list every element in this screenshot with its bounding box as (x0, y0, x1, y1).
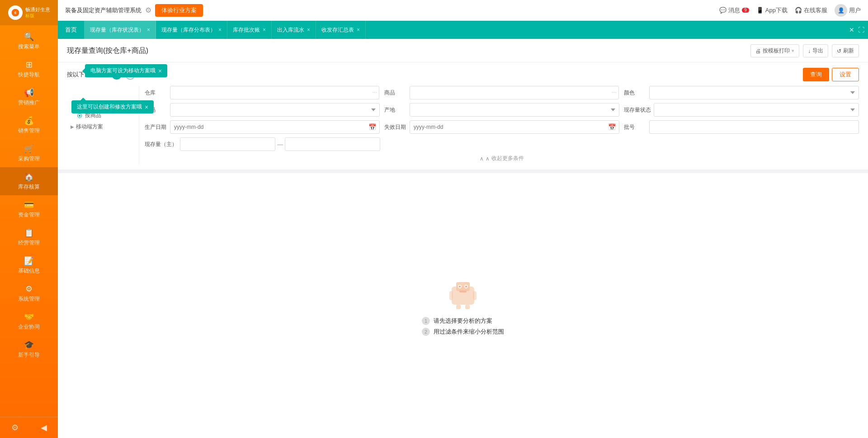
sidebar-item-purchase[interactable]: 🛒 采购管理 (0, 139, 58, 167)
sidebar-item-inventory[interactable]: 🏠 库存核算 (0, 167, 58, 195)
refresh-button[interactable]: ↺ 刷新 (832, 44, 859, 57)
sales-icon: 💰 (24, 116, 34, 126)
refresh-label: 刷新 (843, 47, 854, 55)
svg-point-6 (459, 286, 461, 287)
search-button[interactable]: 查询 (803, 68, 829, 81)
scheme-mobile-arrow: ▶ (71, 124, 74, 129)
scheme-dot (78, 114, 81, 118)
print-button[interactable]: 🖨 按模板打印 ▾ (750, 44, 799, 57)
export-button[interactable]: ↓ 导出 (803, 44, 828, 57)
sidebar-item-finance[interactable]: 💳 资金管理 (0, 195, 58, 223)
quicknav-icon: ⊞ (26, 60, 33, 70)
logo-area: 6 畅通好生意 标版 (0, 0, 58, 25)
filter-batch-input[interactable] (649, 120, 859, 134)
svg-point-7 (465, 286, 467, 287)
settings-bottom-icon[interactable]: ⚙ (11, 423, 19, 433)
sidebar-item-guide[interactable]: 🎓 新手引导 (0, 335, 58, 363)
tooltip-scheme-close[interactable]: × (145, 104, 148, 111)
system-icon: ⚙ (25, 284, 33, 294)
tab-maximize-icon[interactable]: ⛶ (858, 26, 864, 33)
scheme-mobile[interactable]: ▶ 移动端方案 (67, 121, 133, 132)
filter-prod-date-label: 生产日期 (145, 123, 167, 131)
tab-inout[interactable]: 出入库流水 × (272, 21, 316, 39)
filter-expiry-date-input[interactable] (410, 120, 619, 134)
sidebar-item-sales[interactable]: 💰 销售管理 (0, 111, 58, 139)
filter-batch-label: 批号 (624, 123, 646, 131)
svg-text:6: 6 (14, 10, 16, 15)
tab-close-all-icon[interactable]: ✕ (849, 26, 854, 33)
filter-header: 按以下方案查询 + ↺ « 电脑方案可设为移动方案哦 × 查询 设置 (67, 68, 859, 81)
reset-button[interactable]: 设置 (832, 68, 859, 81)
filter-size: 尺码 (145, 103, 380, 117)
tab-inventory-status-label: 现存量（库存状况表） (90, 26, 144, 34)
tab-summary[interactable]: 收发存汇总表 × (316, 21, 366, 39)
sidebar-item-basic-label: 基础信息 (18, 267, 40, 275)
filter-stock-main-label: 现存量（主） (145, 141, 177, 148)
tooltip-pc: 电脑方案可设为移动方案哦 × (85, 64, 167, 77)
empty-steps: 1 请先选择要分析的方案 2 用过滤条件来缩小分析范围 (422, 317, 504, 336)
sidebar-item-enterprise-label: 企业协同 (18, 323, 40, 331)
filter-size-select[interactable] (170, 103, 380, 117)
online-support-item[interactable]: 🎧 在线客服 (795, 6, 827, 14)
tab-inventory-dist-label: 现存量（库存分布表） (161, 26, 216, 34)
search-icon: 🔍 (24, 32, 34, 42)
page-title: 现存量查询(按仓库+商品) (67, 46, 148, 56)
sidebar-item-marketing[interactable]: 📢 营销推广 (0, 83, 58, 111)
filter-warehouse-input[interactable] (170, 86, 379, 99)
sidebar-item-search[interactable]: 🔍 搜索菜单 (0, 27, 58, 55)
tab-inout-label: 出入库流水 (277, 26, 304, 34)
header-left: 装备及固定资产辅助管理系统 ⚙ 体验行业方案 (65, 4, 203, 17)
sidebar-item-operations[interactable]: 📋 经营管理 (0, 223, 58, 251)
tab-close-inout[interactable]: × (307, 27, 310, 33)
sidebar-item-purchase-label: 采购管理 (18, 155, 40, 163)
filter-prod-date-input[interactable] (170, 120, 380, 134)
tab-bar: 首页 现存量（库存状况表） × 现存量（库存分布表） × 库存批次账 × 出入库… (58, 21, 868, 39)
tab-close-inventory-status[interactable]: × (147, 27, 150, 33)
tab-batch[interactable]: 库存批次账 × (227, 21, 272, 39)
tab-home[interactable]: 首页 (58, 21, 85, 39)
message-item[interactable]: 💬 消息 9 (719, 6, 749, 14)
sidebar-item-finance-label: 资金管理 (18, 211, 40, 219)
page-area: 现存量查询(按仓库+商品) 🖨 按模板打印 ▾ ↓ 导出 ↺ 刷新 (58, 39, 868, 438)
sidebar-item-enterprise[interactable]: 🤝 企业协同 (0, 307, 58, 335)
logo-title: 畅通好生意 (25, 6, 50, 13)
finance-icon: 💳 (24, 200, 34, 210)
filter-stock-status-select[interactable] (654, 103, 859, 117)
tooltip-scheme: 这里可以创建和修改方案哦 × (71, 100, 154, 113)
app-download-item[interactable]: 📱 App下载 (756, 6, 788, 14)
tooltip-pc-close[interactable]: × (158, 67, 162, 75)
mobile-icon: 📱 (756, 7, 764, 14)
tab-inventory-dist[interactable]: 现存量（库存分布表） × (156, 21, 227, 39)
filter-row-3: 生产日期 📅 失效日期 📅 (145, 120, 859, 134)
sidebar-item-system[interactable]: ⚙ 系统管理 (0, 279, 58, 307)
trial-button[interactable]: 体验行业方案 (155, 4, 203, 17)
headset-icon: 🎧 (795, 7, 802, 14)
sidebar-item-quicknav[interactable]: ⊞ 快捷导航 (0, 55, 58, 83)
chevron-up-icon: ∧ ∧ (480, 155, 489, 162)
scheme-mobile-label: 移动端方案 (76, 123, 103, 131)
filter-stock-main-to[interactable] (285, 137, 380, 151)
scheme-tree: 这里可以创建和修改方案哦 × ▼ 电脑端方案 按商品 ▶ 移动端方 (67, 86, 139, 164)
svg-rect-10 (473, 291, 476, 300)
tab-close-batch[interactable]: × (263, 27, 266, 33)
filter-color-select[interactable] (649, 86, 859, 99)
sidebar-item-basic[interactable]: 📝 基础信息 (0, 251, 58, 279)
tab-close-summary[interactable]: × (357, 27, 360, 33)
filter-stock-main-from[interactable] (180, 137, 275, 151)
sidebar-item-system-label: 系统管理 (18, 295, 40, 303)
tab-inventory-status[interactable]: 现存量（库存状况表） × (85, 21, 156, 39)
avatar: 👤 (835, 4, 847, 17)
filter-origin: 产地 (384, 103, 619, 117)
filter-origin-select[interactable] (410, 103, 619, 117)
settings-icon[interactable]: ⚙ (145, 6, 151, 14)
collapse-sidebar-icon[interactable]: ◀ (41, 423, 47, 433)
filter-row-1: 仓库 ⋯ 商品 ⋯ 颜色 (145, 86, 859, 99)
logo-badge: 标版 (25, 13, 50, 19)
filter-stock-main: 现存量（主） — (145, 137, 380, 151)
user-item[interactable]: 👤 用户 (835, 4, 861, 17)
more-conditions[interactable]: ∧ ∧ 收起更多条件 (145, 151, 859, 164)
tab-close-inventory-dist[interactable]: × (218, 27, 222, 33)
filter-warehouse: 仓库 ⋯ (145, 86, 380, 99)
filter-goods-input[interactable] (410, 86, 619, 99)
sidebar-item-guide-label: 新手引导 (18, 351, 40, 359)
